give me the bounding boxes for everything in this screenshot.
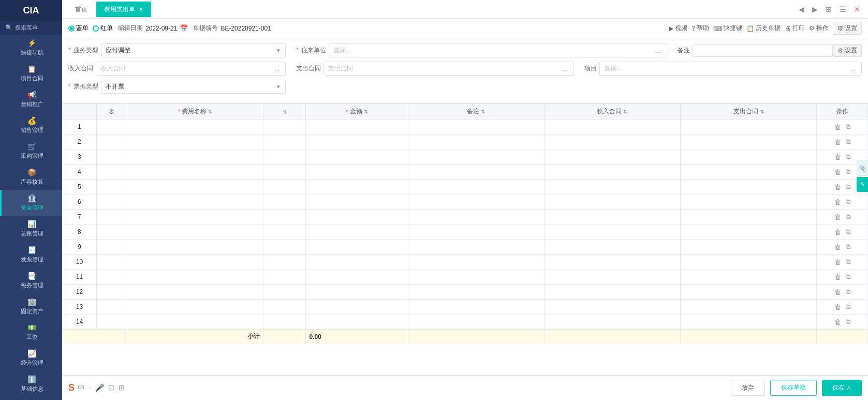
row-amount-4[interactable] [306, 165, 408, 180]
counterpart-select[interactable]: 选择... ... [329, 43, 667, 57]
row-name-6[interactable] [127, 195, 263, 210]
row-expense-5[interactable] [681, 180, 817, 195]
income-contract-select[interactable]: 收入合同 ... [96, 62, 286, 76]
save-draft-button[interactable]: 保存草稿 [770, 380, 817, 396]
row-amount-8[interactable] [306, 225, 408, 240]
tab-nav-left[interactable]: ◀ [796, 4, 807, 14]
sort-income-icon[interactable]: ⇅ [623, 109, 627, 114]
row-name-13[interactable] [127, 300, 263, 315]
row-name-5[interactable] [127, 180, 263, 195]
copy-row-3[interactable]: ⧉ [845, 152, 851, 162]
save-button[interactable]: 保存 ∧ [822, 380, 862, 396]
row-name-4[interactable] [127, 165, 263, 180]
row-income-10[interactable] [544, 255, 680, 270]
window-close-btn[interactable]: ✕ [851, 4, 863, 14]
radio-blue[interactable]: 蓝单 [68, 24, 89, 33]
row-name-14[interactable] [127, 315, 263, 330]
copy-row-4[interactable]: ⧉ [845, 167, 851, 177]
sort-note-icon[interactable]: ⇅ [481, 109, 485, 114]
row-note-4[interactable] [408, 165, 544, 180]
row-name-8[interactable] [127, 225, 263, 240]
row-note-9[interactable] [408, 240, 544, 255]
row-expense-14[interactable] [681, 315, 817, 330]
row-income-8[interactable] [544, 225, 680, 240]
row-amount-12[interactable] [306, 285, 408, 300]
row-note-13[interactable] [408, 300, 544, 315]
delete-row-6[interactable]: 🗑 [833, 197, 842, 207]
sidebar-item-payroll[interactable]: 💵 工资 [0, 319, 62, 345]
row-expense-12[interactable] [681, 285, 817, 300]
row-expense-10[interactable] [681, 255, 817, 270]
row-amount-2[interactable] [306, 135, 408, 150]
row-amount-1[interactable] [306, 120, 408, 135]
th-gear[interactable]: ⚙ [96, 104, 127, 120]
radio-red[interactable]: 红单 [93, 24, 113, 33]
row-expense-7[interactable] [681, 210, 817, 225]
row-income-3[interactable] [544, 150, 680, 165]
delete-row-8[interactable]: 🗑 [833, 227, 842, 237]
row-expense-8[interactable] [681, 225, 817, 240]
copy-row-6[interactable]: ⧉ [845, 197, 851, 207]
settings-btn[interactable]: ⚙ 设置 [833, 22, 862, 35]
invoice-type-select[interactable]: 不开票 ▼ [101, 80, 286, 94]
row-expense-3[interactable] [681, 150, 817, 165]
row-income-6[interactable] [544, 195, 680, 210]
row-name-12[interactable] [127, 285, 263, 300]
row-expense-4[interactable] [681, 165, 817, 180]
row-name-2[interactable] [127, 135, 263, 150]
row-note-3[interactable] [408, 150, 544, 165]
row-note-8[interactable] [408, 225, 544, 240]
sidebar-item-invoice[interactable]: 🧾 发票管理 [0, 242, 62, 268]
row-income-12[interactable] [544, 285, 680, 300]
sort-name-icon[interactable]: ⇅ [208, 109, 212, 114]
delete-row-2[interactable]: 🗑 [833, 137, 842, 147]
sidebar-search[interactable]: 🔍 搜索菜单 [0, 21, 62, 35]
history-btn[interactable]: 📋 历史单据 [746, 24, 781, 33]
row-amount-10[interactable] [306, 255, 408, 270]
copy-row-5[interactable]: ⧉ [845, 182, 851, 192]
video-btn[interactable]: ▶ 视频 [669, 24, 687, 33]
row-income-9[interactable] [544, 240, 680, 255]
more-btn-project[interactable]: ... [849, 66, 857, 72]
row-note-5[interactable] [408, 180, 544, 195]
row-expense-6[interactable] [681, 195, 817, 210]
row-note-6[interactable] [408, 195, 544, 210]
tab-grid-view[interactable]: ⊞ [823, 4, 834, 14]
delete-row-13[interactable]: 🗑 [833, 302, 842, 312]
log-tab[interactable]: ✎ [857, 177, 868, 192]
delete-row-14[interactable]: 🗑 [833, 317, 842, 327]
row-expense-11[interactable] [681, 270, 817, 285]
row-income-1[interactable] [544, 120, 680, 135]
delete-row-3[interactable]: 🗑 [833, 152, 842, 162]
sidebar-item-sales[interactable]: 💰 销售管理 [0, 112, 62, 138]
row-income-7[interactable] [544, 210, 680, 225]
sort-amount-icon[interactable]: ⇅ [364, 109, 368, 114]
settings-btn-right[interactable]: ⚙ 设置 [833, 44, 862, 57]
gear-settings-icon[interactable]: ⚙ [109, 108, 114, 115]
sidebar-item-accounting[interactable]: 📊 总账管理 [0, 216, 62, 242]
th-sort[interactable]: ⇅ [263, 104, 306, 120]
row-name-3[interactable] [127, 150, 263, 165]
sidebar-item-capital[interactable]: 🏦 资金管理 [0, 190, 62, 216]
project-select[interactable]: 选择... ... [599, 62, 862, 76]
business-type-select[interactable]: 应付调整 ▼ [101, 43, 286, 57]
tab-nav-right[interactable]: ▶ [810, 4, 820, 14]
sidebar-item-system[interactable]: ⚙️ 系统管理 [0, 397, 62, 400]
sidebar-item-operations[interactable]: 📈 经营管理 [0, 345, 62, 371]
tab-list-view[interactable]: ☰ [837, 4, 849, 14]
row-name-10[interactable] [127, 255, 263, 270]
row-note-7[interactable] [408, 210, 544, 225]
delete-row-1[interactable]: 🗑 [833, 122, 842, 132]
row-amount-14[interactable] [306, 315, 408, 330]
row-amount-5[interactable] [306, 180, 408, 195]
row-note-12[interactable] [408, 285, 544, 300]
copy-row-9[interactable]: ⧉ [845, 242, 851, 252]
sidebar-item-purchase[interactable]: 🛒 采购管理 [0, 138, 62, 164]
delete-row-10[interactable]: 🗑 [833, 257, 842, 267]
copy-row-12[interactable]: ⧉ [845, 287, 851, 297]
row-income-13[interactable] [544, 300, 680, 315]
print-btn[interactable]: 🖨 打印 [785, 24, 805, 33]
more-btn-expense[interactable]: ... [561, 66, 569, 72]
row-expense-9[interactable] [681, 240, 817, 255]
row-amount-6[interactable] [306, 195, 408, 210]
